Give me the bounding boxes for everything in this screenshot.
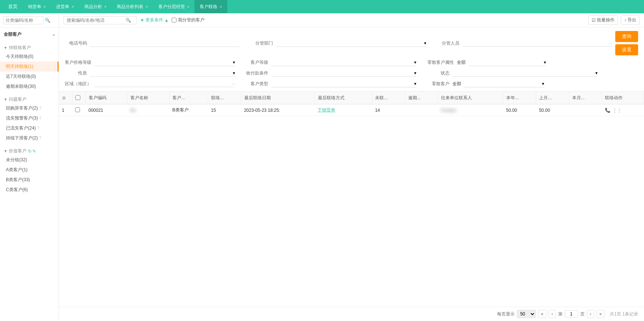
chevron-down-payment-icon: ▾ [414,70,416,76]
close-customer-tiered-icon[interactable]: × [187,4,189,9]
filter-search-input[interactable] [67,18,126,23]
batch-op-btn[interactable]: ☑ 批量操作 [588,15,618,25]
sidebar-item-a-class[interactable]: A类客户(1) [0,165,59,175]
page-label: 第 [558,311,563,317]
nav-product-analysis[interactable]: 商品分析 × [79,0,112,13]
sidebar-value-customers-group[interactable]: ▼ 价值客户 ↻ ✎ [0,146,59,155]
close-customer-contact-icon[interactable]: × [220,4,222,9]
pagination: 每页显示 50 100 200 « ‹ 第 页 › » 共1页 1条记录 [59,307,644,321]
row-this-year: 50.00 [503,104,536,116]
more-person-icon[interactable]: ··· [609,41,612,45]
filter-select-dept[interactable]: ▾ [276,40,426,47]
sidebar-item-lost[interactable]: 已流失客户(24) ? [0,123,59,133]
first-page-btn[interactable]: « [538,310,546,318]
filter-select-nature[interactable]: ▾ [90,70,235,77]
row-actions: 📞 ⋮⋮ [602,104,644,116]
my-customers-checkbox-label[interactable]: 我分管的客户 [172,17,204,23]
filter-bar: 🔍 ▼ 更多条件 ▲ 我分管的客户 ☑ 批量操作 ↑ 导出 [59,13,644,27]
filter-select-retail-attr[interactable]: ▾ [469,59,546,66]
help-lost-warning-icon[interactable]: ? [39,116,42,120]
sidebar-item-repeat-abnormal[interactable]: 回购异常客户(2) ? [0,103,59,113]
col-contact-action: 联络动作 [602,92,644,104]
prev-page-btn[interactable]: ‹ [549,310,556,318]
nav-product-analysis-list[interactable]: 商品分析列表 × [112,0,153,13]
sidebar-search-input[interactable] [3,16,43,24]
filter-select-payment[interactable]: ▾ [271,70,416,77]
per-page-label: 每页显示 [497,311,515,317]
page-input[interactable] [565,310,578,318]
customer-table-container: ⚙ 客户编码 客户名称 客户... [59,92,644,307]
nav-purchase-order[interactable]: 进货单 × [51,0,79,13]
row-overdue [405,104,438,116]
sidebar-item-lost-warning[interactable]: 流失预警客户(3) ? [0,113,59,123]
last-page-btn[interactable]: » [596,310,605,318]
filter-cell-person: 分管人员 ··· [437,40,612,46]
page-suffix: 页 [580,311,585,317]
filter-search-icon[interactable]: 🔍 [126,18,131,23]
col-last-contact-date: 最后联络日期 [241,92,315,104]
per-page-select[interactable]: 50 100 200 [517,310,536,318]
sidebar-item-tomorrow-contact[interactable]: 明天待联络(1) [0,62,59,72]
nav-customer-tiered[interactable]: 客户分层经营 × [153,0,195,13]
more-region-icon[interactable]: ··· [232,82,235,86]
row-checkbox[interactable] [75,107,80,112]
sidebar-item-week-contact[interactable]: 近7天待联络(0) [0,72,59,82]
filter-input-phone[interactable] [90,40,240,47]
filter-select-region[interactable]: ··· [94,81,235,87]
filter-cell-status: 状态 ▾ [427,70,598,77]
refresh-value-icon[interactable]: ↻ [28,149,32,154]
sidebar-pending-contact-section: ▼ 待联络客户 今天待联络(0) 明天待联络(1) 近7天待联络(0) 逾期未联… [0,41,59,93]
edit-value-icon[interactable]: ✎ [32,149,36,154]
sidebar-item-overdue-contact[interactable]: 逾期未联络(30) [0,82,59,92]
help-continuous-down-icon[interactable]: ? [39,136,42,140]
col-uncontacted: 未联... [372,92,405,104]
filter-select-retail[interactable]: ▾ [464,80,544,87]
nav-home[interactable]: 首页 [3,0,23,13]
sidebar-item-continuous-down[interactable]: 持续下滑客户(2) ? [0,133,59,143]
more-conditions-btn[interactable]: ▼ 更多条件 ▲ [140,17,169,23]
filter-select-person[interactable]: ··· [462,40,612,46]
sidebar-item-c-class[interactable]: C类客户(6) [0,185,59,195]
export-btn[interactable]: ↑ 导出 [621,15,640,25]
sidebar-pending-contact-group[interactable]: ▼ 待联络客户 [0,43,59,52]
filter-select-customer-level[interactable]: ▾ [271,59,416,66]
close-product-analysis-icon[interactable]: × [104,4,106,9]
filter-select-status[interactable]: ▾ [452,70,598,77]
sidebar-search-icon[interactable]: 🔍 [45,18,50,23]
filter-select-price-level[interactable]: ▾ [94,59,235,66]
close-product-analysis-list-icon[interactable]: × [146,4,148,9]
value-customers-arrow-icon: ▼ [4,149,7,153]
table-settings-icon[interactable]: ⚙ [62,96,66,101]
table-row: 1 000021 Ea B类客户 15 2023-05-23 18:25: 下销… [59,104,644,116]
close-purchase-order-icon[interactable]: × [71,4,74,9]
help-lost-icon[interactable]: ? [37,126,39,130]
col-checkbox [72,92,85,104]
close-sales-order-icon[interactable]: × [43,4,46,9]
sidebar-problem-customers-group[interactable]: ▼ 问题客户 [0,94,59,103]
adv-filter-action-btns: 查询 设置 [615,31,638,55]
row-more-icon[interactable]: ⋮⋮ [613,108,622,113]
adv-filter-row-2: 客户价格等级 ▾ 客户等级 ▾ 零散客户属性 [65,59,638,66]
sidebar-item-today-contact[interactable]: 今天待联络(0) [0,52,59,62]
nav-sales-order[interactable]: 销货单 × [23,0,51,13]
my-customers-checkbox[interactable] [172,18,176,23]
next-page-btn[interactable]: › [587,310,594,318]
filter-cell-price-level: 客户价格等级 ▾ [65,59,235,66]
chevron-down-retail-icon: ▾ [542,81,544,86]
query-btn[interactable]: 查询 [615,31,638,42]
filter-select-customer-type[interactable]: ▾ [271,80,416,87]
problem-customers-arrow-icon: ▼ [4,97,7,101]
sidebar-item-ungrouped[interactable]: 未分组(32) [0,155,59,165]
last-contact-method-link[interactable]: 下销货单 [318,107,335,113]
filter-cell-region: 区域（地区） ··· [65,81,235,87]
row-customer-name: Ea [127,104,169,116]
row-phone-icon[interactable]: 📞 [605,108,610,113]
sidebar-item-b-class[interactable]: B类客户(33) [0,175,59,185]
col-customer-name: 客户名称 [127,92,169,104]
help-repeat-abnormal-icon[interactable]: ? [39,106,42,110]
nav-customer-contact[interactable]: 客户联络 × [195,0,227,13]
filter-label-retail: 零散客户 [427,81,449,87]
sidebar-all-customers-header[interactable]: 全部客户 « [0,29,59,40]
select-all-checkbox[interactable] [76,95,80,100]
set-btn[interactable]: 设置 [615,44,638,55]
